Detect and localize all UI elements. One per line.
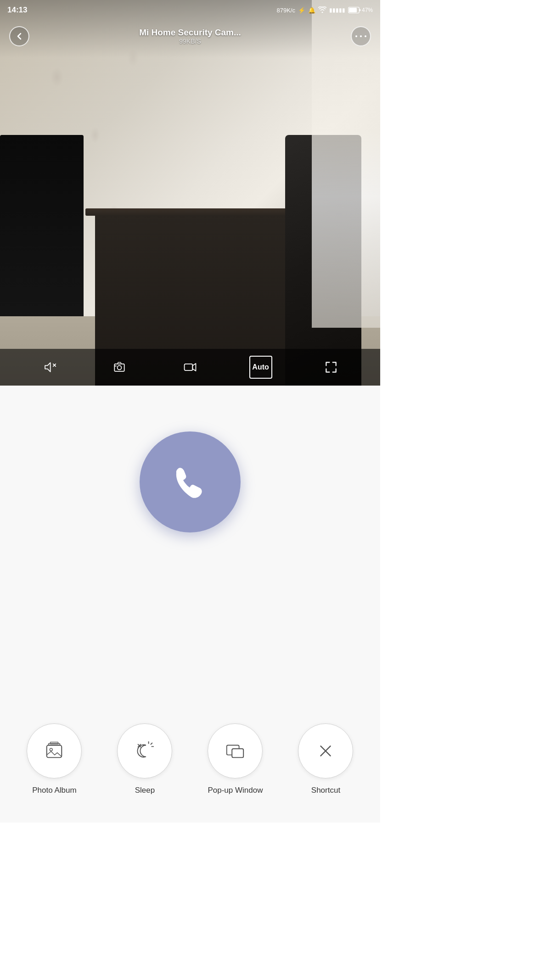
action-shortcut[interactable]: Shortcut: [298, 723, 353, 795]
svg-point-3: [360, 35, 362, 37]
svg-rect-1: [349, 8, 357, 12]
action-photo-album[interactable]: Photo Album: [27, 723, 82, 795]
photo-album-circle: [27, 723, 82, 778]
mute-notif-icon: 🔔: [308, 7, 315, 14]
svg-line-17: [151, 743, 152, 745]
bluetooth-icon: ⚡: [298, 7, 305, 14]
quality-button[interactable]: Auto: [249, 356, 272, 379]
screenshot-button[interactable]: [108, 356, 131, 379]
network-speed: 879K/c: [276, 7, 295, 14]
status-right: 879K/c ⚡ 🔔 ▮▮▮▮▮ 47%: [276, 6, 373, 14]
svg-rect-11: [47, 745, 62, 758]
camera-header: Mi Home Security Cam... 99KB/S: [0, 20, 380, 52]
svg-rect-7: [115, 364, 124, 371]
popup-label: Pop-up Window: [208, 786, 263, 795]
svg-point-13: [50, 748, 53, 751]
status-time: 14:13: [7, 6, 27, 15]
main-content: Photo Album Sleep: [0, 386, 380, 823]
bottom-actions: Photo Album Sleep: [0, 723, 380, 795]
svg-point-2: [355, 35, 357, 37]
battery-icon: 47%: [348, 7, 373, 13]
back-button[interactable]: [9, 26, 29, 46]
camera-controls: Auto: [0, 349, 380, 386]
action-sleep[interactable]: Sleep: [117, 723, 172, 795]
camera-feed: 14:13 879K/c ⚡ 🔔 ▮▮▮▮▮ 47%: [0, 0, 380, 386]
svg-rect-10: [185, 364, 193, 370]
more-button[interactable]: [351, 26, 371, 46]
sleep-label: Sleep: [135, 786, 155, 795]
shortcut-label: Shortcut: [311, 786, 340, 795]
call-button[interactable]: [140, 431, 241, 532]
popup-circle: [208, 723, 263, 778]
status-bar: 14:13 879K/c ⚡ 🔔 ▮▮▮▮▮ 47%: [0, 0, 380, 20]
header-title-area: Mi Home Security Cam... 99KB/S: [139, 28, 241, 45]
sleep-circle: [117, 723, 172, 778]
svg-point-4: [365, 35, 366, 37]
record-button[interactable]: [179, 356, 202, 379]
svg-point-8: [118, 365, 122, 370]
call-section: [140, 386, 241, 551]
fullscreen-button[interactable]: [320, 356, 343, 379]
action-popup-window[interactable]: Pop-up Window: [208, 723, 263, 795]
shortcut-circle: [298, 723, 353, 778]
photo-album-label: Photo Album: [32, 786, 76, 795]
svg-rect-12: [47, 745, 62, 758]
signal-icon: ▮▮▮▮▮: [329, 7, 345, 13]
svg-rect-22: [232, 749, 244, 757]
camera-title: Mi Home Security Cam...: [139, 28, 241, 38]
svg-rect-15: [51, 742, 58, 744]
wifi-icon: [318, 6, 326, 14]
mute-button[interactable]: [38, 356, 61, 379]
camera-speed: 99KB/S: [139, 38, 241, 45]
